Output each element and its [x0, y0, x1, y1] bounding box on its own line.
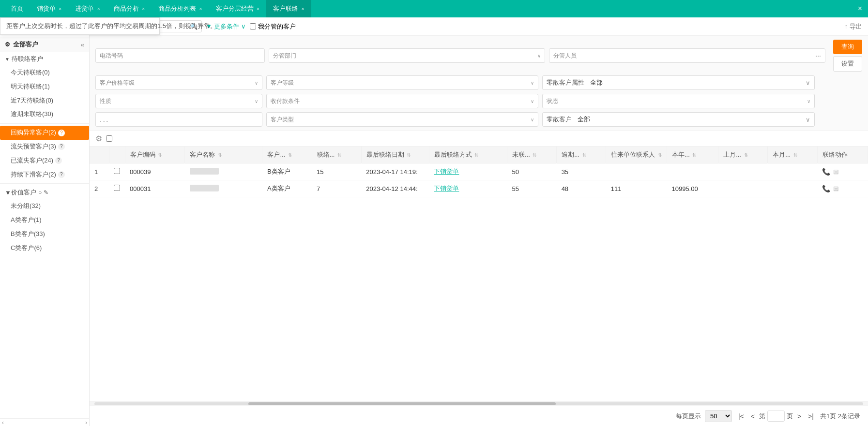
col-overdue[interactable]: 逾期... ⇅ — [557, 147, 606, 163]
branch-person-field[interactable]: 分管人员 ··· — [549, 48, 825, 63]
nav-item-customer-tier[interactable]: 客户分层经营 × — [209, 0, 266, 17]
sidebar-item-overdue[interactable]: 逾期未联络(30) — [0, 107, 89, 121]
col-customer-name[interactable]: 客户名称 ⇅ — [185, 147, 262, 163]
sort-icon-thismonth: ⇅ — [793, 152, 797, 158]
value-edit-icon[interactable]: ○ — [38, 189, 42, 196]
cell-level-2: A类客户 — [262, 180, 312, 197]
more-field[interactable]: ... — [95, 112, 262, 127]
row-checkbox-2[interactable] — [114, 185, 120, 191]
sidebar-item-today[interactable]: 今天待联络(0) — [0, 66, 89, 80]
gender-field[interactable]: 性质 ∨ — [95, 94, 262, 108]
repurchase-info-icon[interactable]: ? — [58, 130, 65, 136]
cell-index-2: 2 — [90, 180, 109, 197]
sidebar-item-repurchase-anomaly[interactable]: 回购异常客户(2) ? — [0, 126, 89, 140]
cell-checkbox-1[interactable] — [109, 163, 125, 180]
col-this-month[interactable]: 本月... ⇅ — [768, 147, 817, 163]
price-level-field[interactable]: 客户价格等级 ∨ — [95, 75, 262, 90]
sort-icon-unread: ⇅ — [533, 152, 536, 158]
col-partner-contact[interactable]: 往来单位联系人 ⇅ — [606, 147, 667, 163]
already-lost-icon[interactable]: ? — [55, 157, 62, 164]
col-this-year[interactable]: 本年... ⇅ — [667, 147, 718, 163]
col-last-month[interactable]: 上月... ⇅ — [718, 147, 768, 163]
close-all-tabs[interactable]: × — [858, 4, 862, 13]
action-phone-1[interactable]: 📞 — [822, 168, 830, 176]
nav-close-customer-tier[interactable]: × — [257, 6, 259, 12]
customer-level-field[interactable]: 客户等级 ∨ — [266, 75, 539, 90]
declining-icon[interactable]: ? — [58, 171, 65, 178]
action-more-1[interactable]: ⊞ — [833, 168, 839, 176]
sidebar-item-7days[interactable]: 近7天待联络(0) — [0, 94, 89, 108]
value-group[interactable]: ▼ 价值客户 ○ ✎ — [0, 186, 89, 199]
phone-field[interactable]: 电话号码 — [95, 48, 265, 63]
table-select-all[interactable] — [106, 135, 112, 142]
table-gear-icon[interactable]: ⚙ — [95, 134, 102, 143]
nav-close-purchase[interactable]: × — [97, 6, 100, 12]
sidebar-scroll-right[interactable]: › — [85, 419, 87, 426]
method-link-1[interactable]: 下销货单 — [434, 168, 459, 175]
payment-field[interactable]: 收付款条件 ∨ — [266, 94, 539, 108]
nav-close-sales[interactable]: × — [59, 6, 61, 12]
table-area[interactable]: 客户编码 ⇅ 客户名称 ⇅ 客户... ⇅ 联络... — [90, 147, 868, 401]
my-customers-checkbox[interactable] — [250, 23, 256, 29]
nav-item-sales[interactable]: 销货单 × — [30, 0, 68, 17]
cell-method-1[interactable]: 下销货单 — [429, 163, 507, 180]
sidebar-item-b-class[interactable]: B类客户(33) — [0, 227, 89, 241]
sidebar-item-tomorrow[interactable]: 明天待联络(1) — [0, 80, 89, 94]
customer-type-field[interactable]: 客户类型 ∨ — [266, 112, 539, 127]
page-label-post: 页 — [787, 412, 793, 421]
branch-person-more[interactable]: ··· — [815, 52, 821, 59]
row-checkbox-1[interactable] — [114, 168, 120, 174]
cell-method-2[interactable]: 下销货单 — [429, 180, 507, 197]
pending-group[interactable]: ▼ 待联络客户 — [0, 52, 89, 66]
scrollbar-thumb[interactable] — [248, 402, 556, 405]
action-phone-2[interactable]: 📞 — [822, 185, 830, 192]
col-contact-count[interactable]: 联络... ⇅ — [312, 147, 361, 163]
status-field[interactable]: 状态 ∨ — [542, 94, 815, 108]
query-button[interactable]: 查询 — [833, 40, 862, 54]
nav-item-home[interactable]: 首页 — [4, 0, 30, 17]
col-last-contact-method[interactable]: 最后联络方式 ⇅ — [429, 147, 507, 163]
col-checkbox — [109, 147, 125, 163]
col-unread[interactable]: 未联... ⇅ — [507, 147, 556, 163]
sort-icon-method: ⇅ — [474, 152, 478, 158]
nav-close-customer-contact[interactable]: × — [301, 6, 304, 12]
page-prev-btn[interactable]: < — [748, 411, 757, 421]
filter-row-1: 电话号码 分管部门 ∨ 分管人员 ··· 查询 设置 — [95, 40, 862, 72]
nav-item-customer-contact[interactable]: 客户联络 × — [266, 0, 311, 17]
branch-dept-field[interactable]: 分管部门 ∨ — [269, 48, 545, 63]
sidebar-item-a-class[interactable]: A类客户(1) — [0, 213, 89, 227]
lost-warning-icon[interactable]: ? — [58, 143, 65, 150]
cell-lastmonth-2 — [718, 180, 768, 197]
nav-item-purchase[interactable]: 进货单 × — [68, 0, 107, 17]
cell-checkbox-2[interactable] — [109, 180, 125, 197]
page-input[interactable]: 1 — [767, 411, 785, 422]
page-first-btn[interactable]: |< — [736, 411, 746, 421]
nav-close-analysis-list[interactable]: × — [199, 6, 202, 12]
export-icon: ↑ — [845, 23, 848, 30]
value-settings-icon[interactable]: ✎ — [44, 189, 48, 196]
page-next-btn[interactable]: > — [795, 411, 804, 421]
nav-item-analysis-list[interactable]: 商品分析列表 × — [152, 0, 209, 17]
col-customer-code[interactable]: 客户编码 ⇅ — [125, 147, 185, 163]
status-arrow: ∨ — [807, 99, 810, 104]
value-arrow: ▼ — [5, 189, 11, 196]
action-more-2[interactable]: ⊞ — [833, 185, 839, 192]
sidebar-item-declining[interactable]: 持续下滑客户(2) ? — [0, 168, 89, 182]
sidebar-item-c-class[interactable]: C类客户(6) — [0, 241, 89, 255]
page-last-btn[interactable]: >| — [806, 411, 816, 421]
nav-close-analysis[interactable]: × — [142, 6, 145, 12]
per-page-select[interactable]: 50 100 200 — [705, 410, 732, 422]
sidebar-collapse-icon[interactable]: « — [81, 41, 84, 48]
table-scrollbar[interactable] — [90, 401, 868, 406]
sidebar-item-ungrouped[interactable]: 未分组(32) — [0, 199, 89, 213]
sidebar-item-already-lost[interactable]: 已流失客户(24) ? — [0, 154, 89, 168]
col-last-contact-date[interactable]: 最后联络日期 ⇅ — [361, 147, 429, 163]
settings-button[interactable]: 设置 — [833, 56, 862, 72]
sidebar-item-lost-warning[interactable]: 流失预警客户(3) ? — [0, 140, 89, 154]
export-btn[interactable]: ↑ 导出 — [845, 22, 863, 31]
method-link-2[interactable]: 下销货单 — [434, 185, 459, 192]
sidebar-scroll-left[interactable]: ‹ — [2, 419, 4, 426]
my-customers-checkbox-wrap[interactable]: 我分管的客户 — [250, 22, 296, 31]
col-customer-level[interactable]: 客户... ⇅ — [262, 147, 312, 163]
nav-item-analysis[interactable]: 商品分析 × — [107, 0, 152, 17]
